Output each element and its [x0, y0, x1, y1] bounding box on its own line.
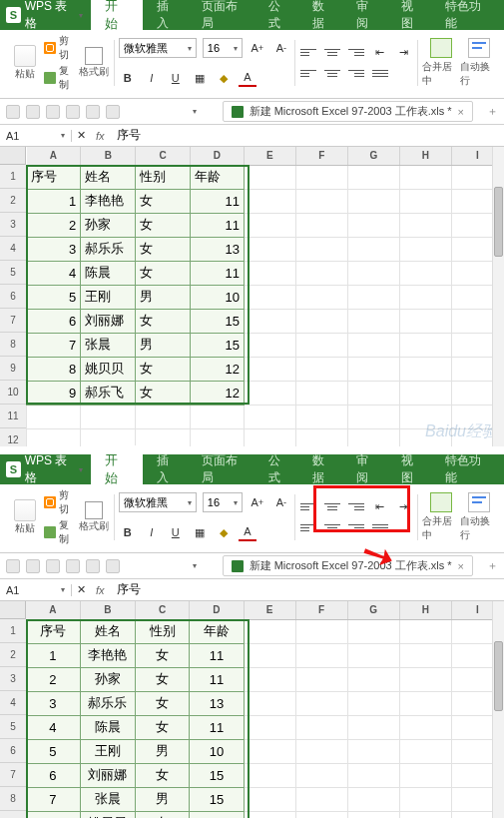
- cell[interactable]: [399, 333, 451, 357]
- cell[interactable]: 女: [136, 381, 190, 405]
- cell[interactable]: 12: [190, 381, 244, 405]
- scrollbar-thumb[interactable]: [494, 641, 503, 711]
- cell[interactable]: 姓名: [80, 619, 135, 643]
- cell[interactable]: [399, 381, 451, 405]
- copy-button[interactable]: 复制: [44, 64, 77, 92]
- undo-icon[interactable]: [86, 105, 100, 119]
- column-header[interactable]: B: [81, 147, 136, 165]
- align-top-button[interactable]: [299, 44, 317, 62]
- cell[interactable]: [399, 763, 451, 787]
- row-header[interactable]: 6: [0, 739, 26, 763]
- cell[interactable]: 女: [136, 357, 190, 381]
- row-header[interactable]: 5: [0, 261, 26, 285]
- fill-color-button[interactable]: ◆: [215, 69, 233, 87]
- increase-font-button[interactable]: A+: [249, 493, 266, 511]
- cell[interactable]: [399, 285, 451, 309]
- decrease-font-button[interactable]: A-: [272, 39, 290, 57]
- cell[interactable]: 7: [27, 333, 81, 357]
- cell[interactable]: 11: [190, 715, 244, 739]
- cell[interactable]: [399, 213, 451, 237]
- vertical-scrollbar[interactable]: [492, 147, 504, 446]
- cell[interactable]: [244, 405, 295, 428]
- cell[interactable]: [244, 811, 295, 818]
- cell[interactable]: [244, 763, 295, 787]
- cell[interactable]: 女: [136, 763, 190, 787]
- merge-center-button[interactable]: 合并居中: [422, 492, 460, 542]
- cell[interactable]: [244, 309, 295, 333]
- row-header[interactable]: 10: [0, 381, 26, 405]
- cell[interactable]: 年龄: [190, 165, 244, 189]
- row-header[interactable]: 2: [0, 643, 26, 667]
- cell[interactable]: [244, 691, 295, 715]
- cell[interactable]: [190, 428, 244, 446]
- cell[interactable]: 15: [190, 763, 244, 787]
- cell[interactable]: 女: [136, 237, 190, 261]
- cell[interactable]: [295, 333, 347, 357]
- print-icon[interactable]: [46, 105, 60, 119]
- align-left-button[interactable]: [299, 519, 317, 537]
- align-left-button[interactable]: [299, 65, 317, 83]
- cancel-edit-button[interactable]: ✕: [72, 127, 90, 145]
- format-painter-button[interactable]: 格式刷: [77, 47, 109, 79]
- cell[interactable]: [295, 381, 347, 405]
- row-header[interactable]: 1: [0, 619, 26, 643]
- cell[interactable]: 陈晨: [81, 261, 136, 285]
- cell[interactable]: 女: [136, 691, 190, 715]
- cell[interactable]: [347, 787, 399, 811]
- cell[interactable]: [399, 787, 451, 811]
- row-header[interactable]: 4: [0, 691, 26, 715]
- open-icon[interactable]: [26, 559, 40, 573]
- cell[interactable]: [347, 357, 399, 381]
- cell[interactable]: 姓名: [81, 165, 136, 189]
- align-center-button[interactable]: [323, 519, 341, 537]
- cell[interactable]: [244, 213, 295, 237]
- cell[interactable]: [399, 428, 451, 446]
- wrap-text-button[interactable]: 自动换行: [460, 492, 498, 542]
- underline-button[interactable]: U: [167, 523, 185, 541]
- cell[interactable]: [347, 691, 399, 715]
- cell[interactable]: 4: [27, 261, 81, 285]
- cell[interactable]: [295, 811, 347, 818]
- tab-data[interactable]: 数据: [304, 0, 342, 38]
- cell[interactable]: [399, 619, 451, 643]
- cell[interactable]: 女: [136, 667, 190, 691]
- align-right-button[interactable]: [347, 519, 365, 537]
- print-icon[interactable]: [46, 559, 60, 573]
- cell[interactable]: 6: [27, 309, 81, 333]
- cell[interactable]: [244, 285, 295, 309]
- cell[interactable]: [399, 357, 451, 381]
- cell[interactable]: 女: [136, 643, 190, 667]
- cell[interactable]: [347, 165, 399, 189]
- cell[interactable]: 男: [136, 333, 190, 357]
- cell[interactable]: [295, 405, 347, 428]
- cell[interactable]: 女: [136, 811, 190, 818]
- qat-menu-caret[interactable]: ▾: [193, 107, 197, 116]
- tab-insert[interactable]: 插入: [149, 0, 187, 38]
- cell[interactable]: [347, 333, 399, 357]
- cell[interactable]: [244, 787, 295, 811]
- cell[interactable]: [347, 811, 399, 818]
- row-header[interactable]: 11: [0, 405, 26, 428]
- cell[interactable]: 刘丽娜: [81, 309, 136, 333]
- tab-view[interactable]: 视图: [393, 0, 431, 38]
- cell[interactable]: [295, 213, 347, 237]
- preview-icon[interactable]: [66, 559, 80, 573]
- cell[interactable]: 11: [190, 213, 244, 237]
- row-header[interactable]: 4: [0, 237, 26, 261]
- italic-button[interactable]: I: [143, 69, 161, 87]
- spreadsheet[interactable]: 12345678910111213 ABCDEFGHI 序号姓名性别年龄1李艳艳…: [0, 147, 504, 446]
- align-middle-button[interactable]: [323, 44, 341, 62]
- wrap-text-button[interactable]: 自动换行: [460, 38, 498, 88]
- cell[interactable]: [295, 428, 347, 446]
- indent-inc-button[interactable]: ⇥: [395, 498, 413, 516]
- fill-color-button[interactable]: ◆: [215, 523, 233, 541]
- align-right-button[interactable]: [347, 65, 365, 83]
- cell[interactable]: 11: [190, 643, 244, 667]
- column-header[interactable]: G: [347, 601, 399, 619]
- cell[interactable]: 郝乐飞: [81, 381, 136, 405]
- cell[interactable]: [27, 405, 81, 428]
- cell[interactable]: 郝乐乐: [81, 237, 136, 261]
- new-tab-button[interactable]: ＋: [487, 104, 498, 119]
- cell[interactable]: 张晨: [81, 333, 136, 357]
- align-middle-button[interactable]: [323, 498, 341, 516]
